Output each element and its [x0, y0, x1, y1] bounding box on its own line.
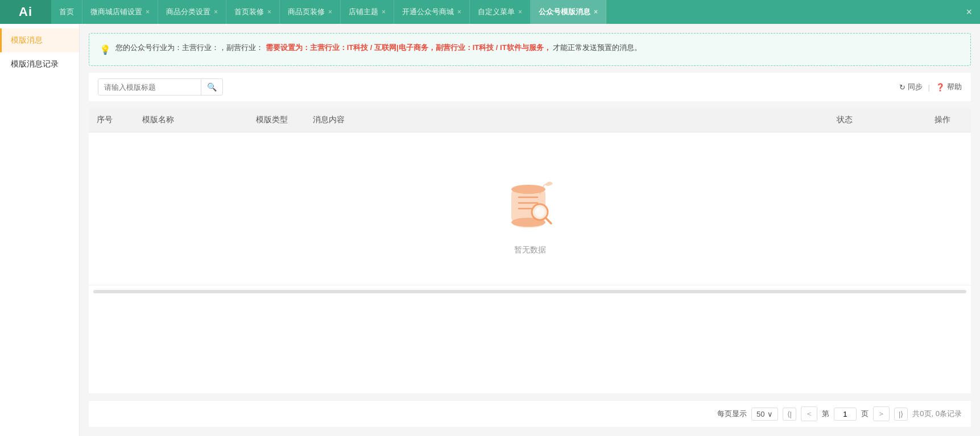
search-input[interactable]: [98, 80, 201, 95]
svg-line-9: [545, 218, 551, 223]
table-col-action: 操作: [914, 108, 971, 132]
per-page-label: 每页显示: [717, 409, 747, 419]
table-body: 暂无数据: [89, 132, 971, 285]
table-header: 序号模版名称模版类型消息内容状态操作: [89, 108, 971, 132]
notice-box: 💡 您的公众号行业为：主营行业：，副营行业： 需要设置为：主营行业：IT科技 /…: [89, 33, 971, 66]
prev-page-button[interactable]: ＜: [801, 406, 817, 421]
next-page-button[interactable]: ＞: [873, 406, 890, 421]
tab-product-decor[interactable]: 商品页装修×: [280, 0, 341, 24]
empty-state-illustration: [499, 173, 561, 236]
page-total-text: 共0页, 0条记录: [912, 409, 962, 419]
search-bar: 🔍 ↻ 同步 | ❓ 帮助: [89, 73, 971, 101]
first-page-button[interactable]: ⟨|: [783, 408, 796, 421]
tab-close-store-theme[interactable]: ×: [382, 8, 386, 16]
main-layout: 模版消息模版消息记录 💡 您的公众号行业为：主营行业：，副营行业： 需要设置为：…: [0, 24, 980, 436]
search-input-wrap: 🔍: [98, 78, 223, 95]
tab-close-product-decor[interactable]: ×: [328, 8, 332, 16]
tab-custom-menu[interactable]: 自定义菜单×: [470, 0, 531, 24]
help-button[interactable]: ❓ 帮助: [936, 82, 962, 92]
sidebar-item-template-message[interactable]: 模版消息: [0, 28, 79, 52]
page-number-input[interactable]: [834, 408, 857, 421]
pagination-bar: 每页显示 50 ∨ ⟨| ＜ 第 页 ＞ |⟩ 共0页, 0条记录: [89, 400, 971, 427]
divider: |: [928, 83, 930, 92]
empty-state-text: 暂无数据: [514, 245, 546, 255]
table-col-content: 消息内容: [305, 108, 829, 132]
svg-point-10: [536, 208, 539, 211]
top-nav: Ai 首页微商城店铺设置×商品分类设置×首页装修×商品页装修×店铺主题×开通公众…: [0, 0, 980, 24]
tab-template-msg[interactable]: 公众号模版消息×: [531, 0, 606, 24]
tab-home[interactable]: 首页: [51, 0, 82, 24]
svg-point-8: [535, 207, 545, 217]
sidebar: 模版消息模版消息记录: [0, 24, 80, 436]
tab-close-custom-menu[interactable]: ×: [518, 8, 522, 16]
notice-text: 您的公众号行业为：主营行业：，副营行业： 需要设置为：主营行业：IT科技 / 互…: [115, 41, 642, 54]
table-col-seq: 序号: [89, 108, 134, 132]
tab-homepage-decor[interactable]: 首页装修×: [226, 0, 280, 24]
horizontal-scrollbar-row: [89, 285, 971, 298]
tab-close-open-wechat-shop[interactable]: ×: [457, 8, 461, 16]
search-button[interactable]: 🔍: [201, 79, 222, 95]
nav-tabs: 首页微商城店铺设置×商品分类设置×首页装修×商品页装修×店铺主题×开通公众号商城…: [51, 0, 958, 24]
table-header-row: 序号模版名称模版类型消息内容状态操作: [89, 108, 971, 132]
empty-state-cell: 暂无数据: [89, 132, 971, 285]
empty-state-row: 暂无数据: [89, 132, 971, 285]
brand-logo: Ai: [0, 0, 51, 24]
table-col-type: 模版类型: [248, 108, 305, 132]
tab-product-category[interactable]: 商品分类设置×: [158, 0, 226, 24]
empty-state: 暂无数据: [97, 139, 963, 278]
tab-close-homepage-decor[interactable]: ×: [267, 8, 271, 16]
last-page-button[interactable]: |⟩: [894, 408, 908, 421]
sync-icon: ↻: [899, 83, 905, 92]
page-label-pre: 第: [822, 409, 829, 419]
per-page-select[interactable]: 50 ∨: [751, 408, 778, 421]
tab-close-wsc-settings[interactable]: ×: [146, 8, 150, 16]
tab-wsc-settings[interactable]: 微商城店铺设置×: [82, 0, 158, 24]
table-col-name: 模版名称: [134, 108, 248, 132]
tab-open-wechat-shop[interactable]: 开通公众号商城×: [394, 0, 470, 24]
page-label-post: 页: [861, 409, 869, 419]
close-all-tabs-button[interactable]: ×: [958, 6, 980, 18]
help-icon: ❓: [936, 83, 945, 92]
tab-store-theme[interactable]: 店铺主题×: [341, 0, 394, 24]
notice-icon: 💡: [100, 42, 111, 57]
horizontal-scrollbar[interactable]: [93, 290, 966, 293]
table-col-status: 状态: [829, 108, 914, 132]
toolbar-right: ↻ 同步 | ❓ 帮助: [899, 82, 962, 92]
tab-close-product-category[interactable]: ×: [214, 8, 218, 16]
chevron-down-icon: ∨: [767, 410, 773, 418]
tab-close-template-msg[interactable]: ×: [594, 8, 598, 16]
sync-button[interactable]: ↻ 同步: [899, 82, 923, 92]
sidebar-item-template-message-log[interactable]: 模版消息记录: [0, 52, 79, 76]
table-container: 序号模版名称模版类型消息内容状态操作: [89, 108, 971, 393]
template-table: 序号模版名称模版类型消息内容状态操作: [89, 108, 971, 285]
content-area: 💡 您的公众号行业为：主营行业：，副营行业： 需要设置为：主营行业：IT科技 /…: [80, 24, 980, 436]
